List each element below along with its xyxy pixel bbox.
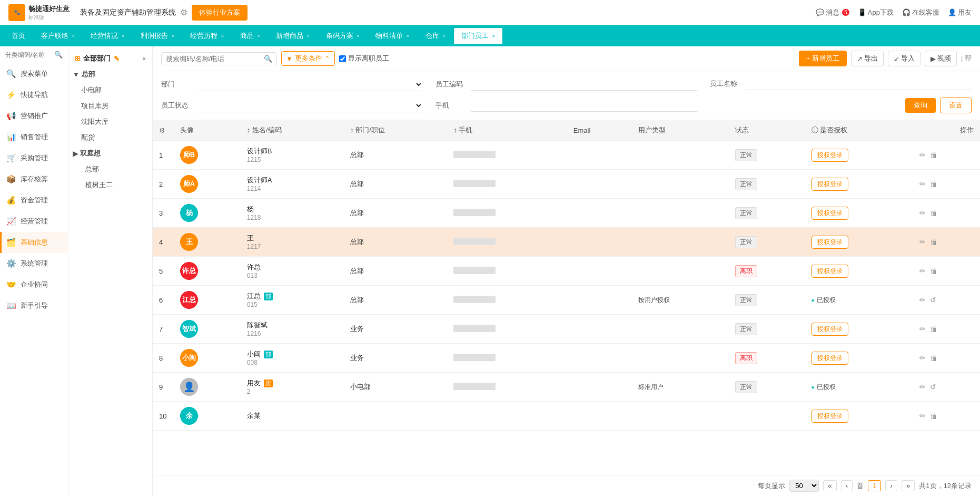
tab-goods[interactable]: 商品 × [233, 28, 268, 44]
edit-button[interactable]: ✏ [919, 209, 926, 217]
delete-button[interactable]: 🗑 [930, 209, 937, 217]
first-page-button[interactable]: « [823, 480, 836, 491]
add-employee-button[interactable]: + 新增员工 [799, 51, 847, 66]
auth-button[interactable]: 授权登录 [811, 265, 848, 278]
close-icon[interactable]: × [357, 33, 360, 39]
delete-button[interactable]: 🗑 [930, 412, 937, 420]
tab-bom[interactable]: 物料清单 × [368, 28, 417, 44]
settings-icon[interactable]: ⚙ [180, 7, 187, 17]
tab-new-goods[interactable]: 新增商品 × [269, 28, 317, 44]
close-icon[interactable]: × [306, 33, 310, 39]
app-download-link[interactable]: 📱 App下载 [858, 8, 894, 17]
edit-button[interactable]: ✏ [919, 325, 926, 333]
close-icon[interactable]: × [221, 33, 224, 39]
user-avatar-area[interactable]: 👤 用友 [948, 8, 972, 17]
edit-button[interactable]: ✏ [919, 296, 926, 304]
help-icon[interactable]: | 帮 [961, 54, 972, 63]
sidebar-item-collab[interactable]: 🤝 企业协同 [0, 274, 68, 295]
edit-button[interactable]: ✏ [919, 180, 926, 188]
tree-node-shuangtingxiang[interactable]: ▶ 双庭想 [68, 145, 152, 161]
edit-button[interactable]: ✏ [919, 267, 926, 275]
auth-button[interactable]: 授权登录 [811, 323, 848, 336]
sidebar-item-search[interactable]: 🔍 搜索菜单 [0, 63, 68, 84]
delete-button[interactable]: ↺ [930, 383, 936, 391]
tree-node-xiaodianbu[interactable]: 小电部 [68, 82, 152, 98]
auth-button[interactable]: 授权登录 [811, 207, 848, 220]
col-name-code[interactable]: ↕ 姓名/编码 [241, 120, 344, 141]
tab-customer[interactable]: 客户联络 × [34, 28, 82, 44]
sidebar-item-quick[interactable]: ⚡ 快捷导航 [0, 84, 68, 105]
col-phone[interactable]: ↕ 手机 [447, 120, 567, 141]
search-icon[interactable]: 🔍 [54, 51, 63, 59]
sidebar-item-basic[interactable]: 🗂️ 基础信息 [0, 232, 68, 253]
filter-button[interactable]: ▼ 更多条件 ⌃ [281, 51, 335, 66]
tab-history[interactable]: 经营历程 × [183, 28, 231, 44]
auth-button[interactable]: 授权登录 [811, 352, 848, 365]
empcode-filter-input[interactable] [471, 78, 697, 91]
collapse-icon[interactable]: « [142, 55, 146, 62]
last-page-button[interactable]: » [902, 480, 915, 491]
sidebar-item-system[interactable]: ⚙️ 系统管理 [0, 253, 68, 274]
tree-node-zhishuwang[interactable]: 植树王二 [68, 177, 152, 193]
tab-profit[interactable]: 利润报告 × [133, 28, 182, 44]
delete-button[interactable]: 🗑 [930, 325, 937, 333]
close-icon[interactable]: × [72, 33, 75, 39]
edit-button[interactable]: ✏ [919, 383, 926, 391]
tree-node-shenyangdaku[interactable]: 沈阳大库 [68, 114, 152, 130]
close-icon[interactable]: × [121, 33, 124, 39]
close-icon[interactable]: × [257, 33, 260, 39]
phone-filter-input[interactable] [471, 99, 697, 112]
sidebar-item-inventory[interactable]: 📦 库存核算 [0, 169, 68, 190]
delete-button[interactable]: 🗑 [930, 238, 937, 246]
show-leave-checkbox[interactable]: 显示离职员工 [339, 54, 389, 63]
tab-home[interactable]: 首页 [4, 28, 33, 44]
next-page-button[interactable]: › [885, 480, 897, 491]
tab-warehouse[interactable]: 仓库 × [418, 28, 453, 44]
auth-button[interactable]: 授权登录 [811, 149, 848, 162]
sidebar-item-purchase[interactable]: 🛒 采购管理 [0, 148, 68, 169]
close-icon[interactable]: × [171, 33, 174, 39]
sidebar-item-finance[interactable]: 💰 资金管理 [0, 190, 68, 211]
show-leave-input[interactable] [339, 55, 346, 62]
page-size-select[interactable]: 50 100 [789, 480, 819, 492]
delete-button[interactable]: 🗑 [930, 180, 937, 188]
delete-button[interactable]: ↺ [930, 296, 936, 304]
close-icon[interactable]: × [442, 33, 446, 39]
filter-settings-button[interactable]: 设置 [940, 98, 972, 113]
trial-button[interactable]: 体验行业方案 [192, 5, 248, 21]
col-settings[interactable]: ⚙ [153, 120, 174, 141]
import-button[interactable]: ↙ 导入 [888, 51, 920, 66]
tree-node-zongbu[interactable]: ▼ 总部 [68, 66, 152, 82]
edit-tree-icon[interactable]: ✎ [114, 55, 120, 63]
tab-operation-status[interactable]: 经营情况 × [83, 28, 132, 44]
query-button[interactable]: 查询 [905, 98, 936, 113]
export-button[interactable]: ↗ 导出 [851, 51, 884, 66]
tree-node-zongbu2[interactable]: 总部 [68, 161, 152, 177]
tab-barcode[interactable]: 条码方案 × [319, 28, 367, 44]
delete-button[interactable]: 🗑 [930, 151, 937, 159]
delete-button[interactable]: 🗑 [930, 267, 937, 275]
sidebar-item-operation[interactable]: 📈 经营管理 [0, 211, 68, 232]
online-service-link[interactable]: 🎧 在线客服 [902, 8, 939, 17]
tree-node-peihuo[interactable]: 配货 [68, 130, 152, 145]
tree-node-xiangmuku[interactable]: 项目库房 [68, 98, 152, 114]
search-icon[interactable]: 🔍 [264, 55, 272, 63]
auth-button[interactable]: 授权登录 [811, 236, 848, 249]
close-icon[interactable]: × [406, 33, 409, 39]
auth-button[interactable]: 授权登录 [811, 410, 848, 423]
tab-department-staff[interactable]: 部门员工 × [454, 28, 502, 44]
sidebar-search-input[interactable] [5, 51, 52, 59]
message-link[interactable]: 💬 消息 5 [816, 8, 849, 17]
sidebar-item-guide[interactable]: 📖 新手引导 [0, 295, 68, 316]
sidebar-item-marketing[interactable]: 📢 营销推广 [0, 105, 68, 127]
dept-filter-select[interactable] [197, 77, 423, 91]
prev-page-button[interactable]: ‹ [841, 480, 853, 491]
search-input[interactable] [166, 55, 262, 63]
status-filter-select[interactable] [197, 99, 423, 112]
edit-button[interactable]: ✏ [919, 354, 926, 362]
delete-button[interactable]: 🗑 [930, 354, 937, 362]
edit-button[interactable]: ✏ [919, 412, 926, 420]
col-dept-pos[interactable]: ↕ 部门/职位 [344, 120, 447, 141]
view-button[interactable]: ▶ 视频 [925, 51, 957, 66]
sidebar-item-sales[interactable]: 📊 销售管理 [0, 127, 68, 148]
